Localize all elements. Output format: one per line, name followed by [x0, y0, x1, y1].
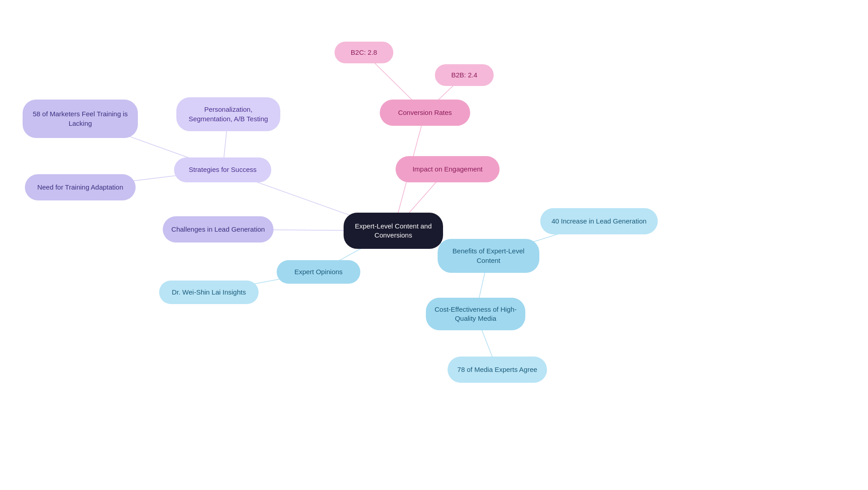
- benefits-expert-label: Benefits of Expert-Level Content: [446, 247, 531, 265]
- center-label: Expert-Level Content and Conversions: [355, 222, 432, 240]
- media-experts-agree-label: 78 of Media Experts Agree: [458, 365, 538, 374]
- need-training-label: Need for Training Adaptation: [37, 183, 123, 192]
- impact-engagement-label: Impact on Engagement: [412, 165, 482, 174]
- benefits-expert-node[interactable]: Benefits of Expert-Level Content: [438, 239, 539, 273]
- media-experts-agree-node[interactable]: 78 of Media Experts Agree: [448, 357, 547, 383]
- challenges-lead-node[interactable]: Challenges in Lead Generation: [163, 216, 274, 243]
- dr-wei-shin-node[interactable]: Dr. Wei-Shin Lai Insights: [159, 281, 259, 304]
- strategies-success-label: Strategies for Success: [189, 165, 256, 174]
- b2b-label: B2B: 2.4: [451, 71, 477, 80]
- b2c-node[interactable]: B2C: 2.8: [335, 42, 393, 63]
- expert-opinions-label: Expert Opinions: [294, 267, 343, 276]
- training-lacking-node[interactable]: 58 of Marketers Feel Training is Lacking: [23, 100, 138, 138]
- b2b-node[interactable]: B2B: 2.4: [435, 64, 494, 86]
- increase-lead-gen-label: 40 Increase in Lead Generation: [552, 217, 646, 226]
- b2c-label: B2C: 2.8: [351, 48, 377, 57]
- challenges-lead-label: Challenges in Lead Generation: [171, 225, 265, 234]
- cost-effectiveness-node[interactable]: Cost-Effectiveness of High-Quality Media: [426, 298, 525, 330]
- dr-wei-shin-label: Dr. Wei-Shin Lai Insights: [172, 288, 246, 297]
- personalization-label: Personalization, Segmentation, A/B Testi…: [184, 105, 272, 124]
- increase-lead-gen-node[interactable]: 40 Increase in Lead Generation: [540, 208, 658, 234]
- conversion-rates-node[interactable]: Conversion Rates: [380, 100, 470, 126]
- personalization-node[interactable]: Personalization, Segmentation, A/B Testi…: [176, 97, 280, 131]
- cost-effectiveness-label: Cost-Effectiveness of High-Quality Media: [434, 305, 517, 323]
- center-node[interactable]: Expert-Level Content and Conversions: [344, 213, 443, 249]
- impact-engagement-node[interactable]: Impact on Engagement: [396, 156, 500, 182]
- need-training-node[interactable]: Need for Training Adaptation: [25, 174, 136, 200]
- training-lacking-label: 58 of Marketers Feel Training is Lacking: [31, 109, 130, 128]
- strategies-success-node[interactable]: Strategies for Success: [174, 157, 271, 182]
- expert-opinions-node[interactable]: Expert Opinions: [277, 260, 360, 284]
- conversion-rates-label: Conversion Rates: [398, 108, 452, 117]
